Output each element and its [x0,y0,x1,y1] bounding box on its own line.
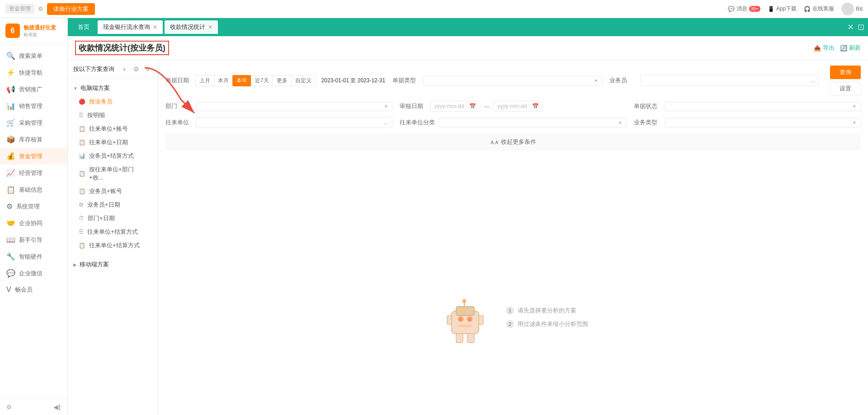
sidebar-item-inventory[interactable]: 📦 库存核算 [0,131,67,148]
tab-bank-flow-label: 现金银行流水查询 [103,23,150,31]
download-icon: 📱 [768,6,774,12]
export-icon: 📤 [814,45,821,52]
scheme-item-salesperson-account[interactable]: 📋 业务员+账号 [68,184,158,198]
salesperson-select[interactable]: ... [640,75,819,86]
sidebar-item-finance[interactable]: 💰 资金管理 [0,148,67,165]
collapse-bar[interactable]: ∧∧ 收起更多条件 [165,133,861,151]
empty-tip-2: 2 用过滤条件来缩小分析范围 [506,320,588,328]
scheme-settings-btn[interactable]: ⚙ [132,65,141,74]
sidebar-item-sales[interactable]: 📊 销售管理 [0,98,67,114]
scheme-item-unit-settle2[interactable]: 📋 往来单位+结算方式 [68,239,158,252]
scheme-collapse-btn[interactable]: « [143,65,152,74]
sidebar-item-basic[interactable]: 📋 基础信息 [0,181,67,198]
sidebar-item-hardware[interactable]: 🔧 智能硬件 [0,248,67,265]
sidebar-item-marketing[interactable]: 📢 营销推广 [0,81,67,98]
scheme-item-label: 部门+日期 [88,214,115,222]
query-btn[interactable]: 查询 [830,66,861,79]
salesperson-more-btn[interactable]: ... [811,77,815,84]
review-date-to-input[interactable]: yyyy-mm-dd 📅 [493,101,543,112]
sidebar-item-system[interactable]: ⚙ 系统管理 [0,198,67,215]
date-tab-more[interactable]: 更多 [273,75,292,86]
sidebar-item-purchase[interactable]: 🛒 采购管理 [0,114,67,131]
sidebar-footer-settings-icon[interactable]: ⚙ [6,404,12,410]
tab-maximize-btn[interactable]: ⊡ [858,22,864,32]
sidebar-item-wechat[interactable]: 💬 企业微信 [0,265,67,282]
tip-number-1: 1 [506,307,514,315]
scheme-item-unit-dept-collect[interactable]: 📋 按往来单位+部门+收... [68,163,158,184]
voucher-type-label: 单据类型 [392,76,420,85]
scheme-item-dept-date[interactable]: ⏱ 部门+日期 [68,212,158,225]
scheme-panel-icons: + ⚙ « [120,65,152,74]
sidebar-item-shortcut[interactable]: ⚡ 快捷导航 [0,64,67,81]
scheme-item-salesperson-settle[interactable]: 📊 业务员+结算方式 [68,149,158,163]
review-date-to-value: yyyy-mm-dd [497,103,527,109]
user-info[interactable]: Rit [841,3,863,15]
inventory-icon: 📦 [6,135,15,144]
scheme-item-detail[interactable]: ☰ 按明细 [68,108,158,122]
counterpart-select[interactable]: ... [196,117,392,128]
scheme-item-by-salesperson[interactable]: 🔴 按业务员 [68,95,158,108]
sidebar-collapse-btn[interactable]: ◀‖ [53,404,61,410]
voucher-status-select[interactable]: ▼ [665,102,861,111]
tab-bank-flow-close[interactable]: ✕ [153,24,157,30]
scheme-panel-header: 按以下方案查询 + ⚙ « [68,60,158,79]
date-tab-this-month[interactable]: 本月 [214,75,233,86]
counterpart-cat-select[interactable]: ▼ [439,118,627,127]
counterpart-cat-arrow-icon: ▼ [618,120,623,125]
scheme-item-icon: 📊 [79,153,85,159]
scheme-item-salesperson-date[interactable]: ⚙ 业务员+日期 [68,198,158,212]
sidebar-footer: ⚙ ◀‖ [0,399,67,415]
filter-group-review-date: 审核日期 yyyy-mm-dd 📅 — yyyy-mm-dd 📅 [400,101,627,112]
sidebar-item-member[interactable]: V 畅会员 [0,282,67,298]
svg-point-2 [458,316,463,322]
tab-home-label: 首页 [78,23,90,31]
sidebar-item-label: 资金管理 [19,152,42,160]
svg-rect-5 [447,316,452,325]
scheme-item-label: 业务员+日期 [87,201,120,209]
scheme-item-unit-settle1[interactable]: ☰ 往来单位+结算方式 [68,225,158,239]
dept-label: 部门 [165,102,193,110]
tab-receipt-stats-close[interactable]: ✕ [208,24,212,30]
biz-type-select[interactable]: ▼ [665,118,861,127]
version-badge: 标准版 [24,32,56,38]
sidebar-item-search[interactable]: 🔍 搜索菜单 [0,47,67,64]
date-tab-this-year[interactable]: 本年 [232,75,251,86]
scheme-item-label: 往来单位+账号 [89,125,128,133]
tab-close-all-btn[interactable]: ✕ [847,22,854,32]
online-service-btn[interactable]: 🎧 在线客服 [804,5,834,13]
message-label: 消息 [736,5,747,13]
sidebar-item-guide[interactable]: 📖 新手引导 [0,231,67,248]
export-label: 导出 [823,44,835,52]
scheme-mobile-group-header[interactable]: ▶ 移动端方案 [68,258,158,271]
tab-bank-flow[interactable]: 现金银行流水查询 ✕ [98,20,163,34]
settings-btn[interactable]: 设置 [830,82,861,95]
review-date-from-input[interactable]: yyyy-mm-dd 📅 [430,101,480,112]
tab-receipt-stats[interactable]: 收款情况统计 ✕ [165,20,218,34]
top-header: 资金管理 ⚙ 体验行业方案 💬 消息 99+ 📱 App下载 🎧 在线客服 Ri… [0,0,868,18]
scheme-desktop-group-header[interactable]: ▼ 电脑端方案 [68,81,158,95]
date-tab-7days[interactable]: 近7天 [251,75,273,86]
voucher-type-select[interactable]: ▼ [423,76,602,85]
dept-select[interactable]: ▼ [196,102,392,111]
scheme-item-unit-date[interactable]: 📋 往来单位+日期 [68,136,158,149]
refresh-btn[interactable]: 🔄 刷新 [840,44,861,52]
message-btn[interactable]: 💬 消息 99+ [728,5,760,13]
scheme-desktop-group: ▼ 电脑端方案 🔴 按业务员 ☰ 按明细 📋 往来单位+账号 [68,79,158,255]
counterpart-more-btn[interactable]: ... [384,119,388,126]
trial-btn[interactable]: 体验行业方案 [47,3,95,15]
date-tab-custom[interactable]: 自定义 [291,75,316,86]
app-download-btn[interactable]: 📱 App下载 [768,5,797,13]
filter-group-counterpart: 往来单位 ... [165,117,392,128]
svg-rect-8 [467,334,474,343]
scheme-item-unit-account[interactable]: 📋 往来单位+账号 [68,122,158,136]
scheme-add-btn[interactable]: + [120,65,129,74]
salesperson-label: 业务员 [609,76,637,85]
breadcrumb: 资金管理 [5,4,34,14]
date-tab-last-month[interactable]: 上月 [195,75,214,86]
sidebar-item-collab[interactable]: 🤝 企业协同 [0,215,67,231]
header-settings-icon[interactable]: ⚙ [38,5,43,12]
tab-home[interactable]: 首页 [71,18,96,36]
collapse-icon: ∧∧ [490,139,499,146]
export-btn[interactable]: 📤 导出 [814,44,835,52]
sidebar-item-operations[interactable]: 📈 经营管理 [0,165,67,181]
